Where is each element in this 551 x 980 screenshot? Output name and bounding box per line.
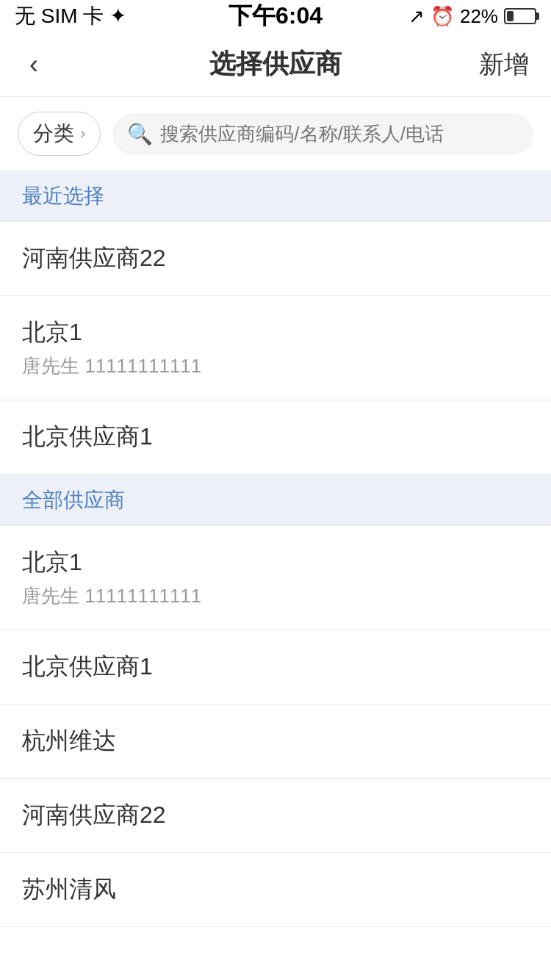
recent-section-label: 最近选择 — [22, 184, 104, 207]
item-sub: 唐先生 11111111111 — [22, 583, 529, 609]
chevron-right-icon: › — [80, 124, 85, 143]
all-section-header: 全部供应商 — [0, 475, 551, 526]
category-filter-button[interactable]: 分类 › — [18, 112, 101, 156]
item-name: 北京供应商1 — [22, 651, 529, 683]
list-item[interactable]: 河南供应商22 — [0, 222, 551, 296]
status-left: 无 SIM 卡 ✦ — [15, 2, 126, 30]
filter-bar: 分类 › 🔍 — [0, 97, 551, 170]
item-name: 杭州维达 — [22, 725, 529, 757]
search-icon: 🔍 — [127, 122, 153, 146]
search-input[interactable] — [160, 123, 519, 145]
item-name: 苏州清风 — [22, 873, 529, 906]
location-icon: ↗ — [408, 5, 425, 28]
alarm-icon: ⏰ — [431, 5, 454, 28]
item-name: 北京供应商1 — [22, 421, 529, 453]
recent-items-list: 河南供应商22北京1唐先生 11111111111北京供应商1 — [0, 222, 551, 475]
add-button[interactable]: 新增 — [479, 48, 529, 82]
item-name: 北京1 — [22, 317, 529, 349]
no-sim-text: 无 SIM 卡 ✦ — [15, 2, 126, 30]
recent-section-header: 最近选择 — [0, 170, 551, 222]
list-item[interactable]: 河南供应商22 — [0, 779, 551, 853]
list-item[interactable]: 北京1唐先生 11111111111 — [0, 296, 551, 400]
list-item[interactable]: 北京1唐先生 11111111111 — [0, 526, 551, 630]
all-section-label: 全部供应商 — [22, 489, 125, 511]
battery-icon — [504, 8, 536, 24]
list-item[interactable]: 苏州清风 — [0, 853, 551, 927]
item-name: 河南供应商22 — [22, 799, 529, 832]
search-box: 🔍 — [112, 113, 533, 155]
item-sub: 唐先生 11111111111 — [22, 353, 529, 379]
nav-bar: ‹ 选择供应商 新增 — [0, 32, 551, 97]
category-label: 分类 — [33, 120, 74, 148]
status-right: ↗ ⏰ 22% — [408, 5, 536, 28]
list-item[interactable]: 北京供应商1 — [0, 630, 551, 705]
battery-text: 22% — [460, 5, 498, 28]
all-items-list: 北京1唐先生 11111111111北京供应商1杭州维达河南供应商22苏州清风 — [0, 526, 551, 927]
list-item[interactable]: 杭州维达 — [0, 705, 551, 779]
back-button[interactable]: ‹ — [22, 42, 46, 87]
item-name: 河南供应商22 — [22, 242, 529, 275]
status-bar: 无 SIM 卡 ✦ 下午6:04 ↗ ⏰ 22% — [0, 0, 551, 32]
item-name: 北京1 — [22, 547, 529, 579]
list-item[interactable]: 北京供应商1 — [0, 400, 551, 475]
status-time: 下午6:04 — [228, 0, 323, 32]
page-title: 选择供应商 — [209, 46, 342, 82]
